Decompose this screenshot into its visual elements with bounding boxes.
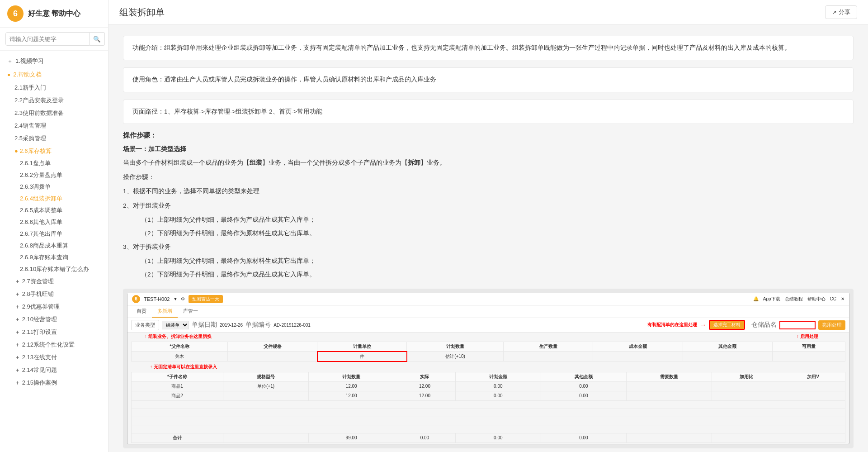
mock-th-unit: 计量单位 (317, 342, 407, 352)
share-label: 分享 (839, 8, 850, 16)
mock-arrow-right: → (700, 321, 706, 328)
mock-tab-1[interactable]: 自贡 (131, 305, 152, 318)
mock-dropdown-icon: ▼ (173, 297, 177, 301)
sidebar-item-other-in[interactable]: 2.6.6其他入库单 (0, 216, 108, 228)
mock-complete-btn[interactable]: 选择完工材料 (709, 320, 745, 330)
search-input[interactable] (5, 32, 90, 46)
sidebar-item-assembly[interactable]: 2.6.4组装拆卸单 (0, 193, 108, 205)
table-row: 关木 件 估计(+10) (132, 352, 845, 362)
sidebar-label: 2.7资金管理 (22, 278, 54, 285)
sidebar-item-transfer[interactable]: 2.6.3调拨单 (0, 181, 108, 193)
mock-date-value: 2019-12-26 (220, 323, 243, 328)
sidebar-item-stock-count[interactable]: 2.6.1盘点单 (0, 157, 108, 169)
page-title: 组装拆卸单 (119, 6, 165, 19)
mock-annotation-row: ↑ 组装业务、拆卸业务在这里切换 ↑ 启用处理 (127, 333, 849, 340)
expand-icon: ＋ (14, 328, 20, 335)
sidebar-item-finance[interactable]: ＋ 2.7资金管理 (0, 275, 108, 288)
page-header: 组装拆卸单 ↗ 分享 (108, 0, 868, 25)
sidebar-item-cases[interactable]: ＋ 2.15操作案例 (0, 376, 108, 389)
step3-sub1: （1）上部明细为父件明细，最终作为原材料生成其它出库单； (123, 255, 854, 267)
mock-ltd-need2 (626, 391, 712, 400)
sidebar-item-install[interactable]: 2.2产品安装及登录 (0, 94, 108, 107)
mock-notification-icon: 🔔 (753, 296, 759, 301)
sidebar-item-partial-count[interactable]: 2.6.2分量盘点单 (0, 169, 108, 181)
operation-title: 操作步骤： (123, 131, 854, 140)
expand-icon: ＋ (14, 379, 20, 386)
expand-icon: ● (14, 147, 18, 154)
sidebar-label: 2.6.9库存账本查询 (20, 254, 68, 261)
sidebar-label: 2.15操作案例 (22, 379, 57, 386)
sidebar-item-mobile[interactable]: ＋ 2.8手机旺铺 (0, 288, 108, 300)
sidebar-item-purchase[interactable]: 2.5采购管理 (0, 132, 108, 145)
mock-empty-row-3 (132, 400, 845, 409)
sidebar-label: 2.1新手入门 (14, 84, 46, 91)
mock-tab-2[interactable]: 多新增 (152, 305, 178, 318)
step2-sub2: （2）下部明细为子件明细，最终作为原材料生成其它出库单。 (123, 228, 854, 239)
page-body: 功能介绍：组装拆卸单用来处理企业组装或拆卸等加工业务，支持有固定装配清单的产品加… (108, 25, 868, 452)
sidebar-label: 2.6.2分量盘点单 (20, 171, 62, 178)
sidebar-item-videos[interactable]: ＋ 1.视频学习 (0, 54, 108, 68)
mock-lth-need-qty: 需要数量 (626, 372, 712, 381)
intro-text: 功能介绍：组装拆卸单用来处理企业组装或拆卸等加工业务，支持有固定装配清单的产品加… (132, 44, 791, 51)
mock-num-label: 单据编号 (245, 321, 271, 329)
sidebar-label: 2.2产品安装及登录 (14, 97, 64, 104)
sidebar-item-other-out[interactable]: 2.6.7其他出库单 (0, 228, 108, 240)
step2-sub1: （1）上部明细为父件明细，最终作为产成品生成其它入库单； (123, 214, 854, 226)
sidebar-item-ledger-error[interactable]: 2.6.10库存账本错了怎么办 (0, 263, 108, 275)
sidebar-label: 2.6.4组装拆卸单 (20, 195, 62, 202)
expand-icon: ＋ (14, 303, 20, 310)
mock-ltd-plan-qty2: 12.00 (309, 391, 394, 400)
table-row: 商品2 12.00 12.00 0.00 0.00 (132, 391, 845, 400)
sidebar-label: 2.6.6其他入库单 (20, 219, 62, 225)
mock-footer-qty: 99.00 (309, 433, 394, 442)
mock-ltd-name2: 商品2 (132, 391, 223, 400)
role-block: 使用角色：通常由生产人员或库管人员完成拆装业务的操作，库管人员确认原材料的出库和… (123, 67, 854, 92)
mock-date-label: 单据日期 (192, 321, 217, 329)
sidebar-item-helpdoc[interactable]: ● 2.帮助文档 (0, 68, 108, 81)
sidebar-item-faq[interactable]: ＋ 2.14常见问题 (0, 364, 108, 376)
sidebar-item-data-prep[interactable]: 2.3使用前数据准备 (0, 107, 108, 119)
mock-save-btn[interactable]: 业务类型 (131, 320, 159, 330)
sidebar-label: 2.11打印设置 (22, 328, 57, 335)
mock-lower-table: *子件名称 规格型号 计划数量 实际 计划金额 其他金额 需要数量 加用比 加用… (131, 372, 845, 443)
step2: 2、对于组装业务 (123, 200, 854, 212)
mock-annotation-switch: ↑ 组装业务、拆卸业务在这里切换 (145, 333, 212, 340)
sidebar-item-coupon[interactable]: ＋ 2.9优惠券管理 (0, 300, 108, 313)
sidebar-item-cost-adjust[interactable]: 2.6.5成本调整单 (0, 205, 108, 216)
sidebar-item-newbie[interactable]: 2.1新手入门 (0, 81, 108, 94)
sidebar-label: 2.6.3调拨单 (20, 183, 51, 190)
mock-ltd-plan-qty1: 12.00 (309, 381, 394, 391)
mock-annotation-complete: 有装配清单的在这里处理 (647, 322, 697, 328)
sidebar-item-print[interactable]: ＋ 2.11打印设置 (0, 326, 108, 338)
mock-ltd-need1 (626, 381, 712, 391)
screenshot-mockup: 6 TEST-H002 ▼ ⚙ 预测雷达一天 🔔 App下载 总结教程 帮助中心… (123, 289, 854, 448)
mock-empty-row-4 (132, 409, 845, 417)
mock-td-unit: 件 (317, 352, 407, 362)
step3-sub2: （2）下部明细为子件明细，最终作为产成品生成其它入库单。 (123, 269, 854, 281)
sidebar-item-cost-recalc[interactable]: 2.6.8商品成本重算 (0, 240, 108, 252)
sidebar-item-operations[interactable]: ＋ 2.10经营管理 (0, 313, 108, 326)
step1: 1、根据不同的业务，选择不同单据的类型来处理 (123, 186, 854, 197)
mock-topbar-btn: 预测雷达一天 (189, 295, 223, 303)
mock-th-cost: 成本金额 (593, 342, 683, 352)
mock-annotation-direct-entry: ↑ 无固定清单可以在这里直接录入 (127, 364, 849, 371)
sidebar-item-inventory[interactable]: ● 2.6库存核算 (0, 145, 108, 157)
sidebar-item-personalize[interactable]: ＋ 2.12系统个性化设置 (0, 338, 108, 351)
sidebar-item-online-pay[interactable]: ＋ 2.13在线支付 (0, 351, 108, 364)
share-button[interactable]: ↗ 分享 (825, 5, 857, 19)
mock-lth-other: 其他金额 (541, 372, 626, 381)
mock-toolbar: 业务类型 组装单 拆卸单 单据日期 2019-12-26 单据编号 AD-201… (127, 318, 849, 333)
mock-warehouse-input[interactable] (779, 321, 816, 329)
sidebar-item-ledger-query[interactable]: 2.6.9库存账本查询 (0, 252, 108, 263)
expand-icon: ＋ (14, 354, 20, 361)
expand-icon: ＋ (14, 290, 20, 297)
search-button[interactable]: 🔍 (90, 32, 105, 46)
mock-footer-right (781, 433, 845, 442)
scenario-title: 场景一：加工类型选择 (123, 145, 854, 153)
mock-tab-3[interactable]: 库管一 (178, 305, 203, 318)
sidebar-item-sales[interactable]: 2.4销售管理 (0, 119, 108, 132)
mock-type-select[interactable]: 组装单 拆卸单 (162, 321, 189, 329)
mock-td-prod-qty (504, 352, 593, 362)
scenario-desc: 当由多个子件材料组装成一个成品的业务为【组装】业务，当由一个父件拆分成多个子产品… (123, 157, 854, 169)
mock-process-btn[interactable]: 亮用处理 (818, 320, 845, 330)
